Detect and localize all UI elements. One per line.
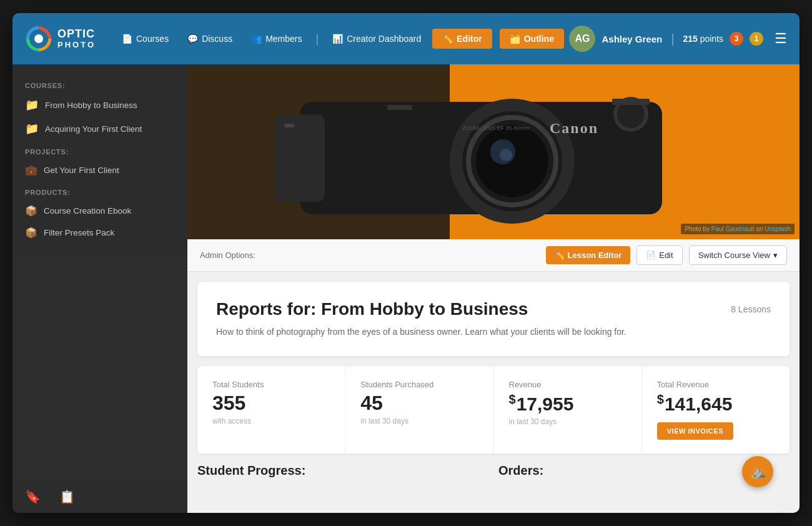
avatar[interactable]: AG	[569, 26, 595, 52]
logo-name-optic: OPTIC	[57, 28, 96, 41]
revenue-sub: in last 30 days	[509, 417, 626, 426]
members-icon: 👥	[251, 34, 262, 44]
total-revenue-currency: $	[657, 392, 664, 406]
ebook-icon: 📦	[25, 205, 37, 217]
outline-icon: 🗂️	[510, 34, 520, 44]
stat-students-purchased: Students Purchased 45 in last 30 days	[345, 366, 493, 454]
student-progress-title: Student Progress:	[197, 464, 488, 478]
nav-courses[interactable]: 📄 Courses	[114, 30, 176, 47]
discuss-icon: 💬	[187, 34, 198, 44]
sidebar-footer: 🔖 📋	[12, 480, 187, 513]
admin-options-bar: Admin Options: ✏️ Lesson Editor 📄 Edit S…	[187, 239, 800, 272]
svg-rect-17	[284, 124, 294, 127]
chevron-down-icon: ▾	[773, 251, 778, 260]
folder-icon-2: 📁	[25, 122, 39, 136]
nav-separator-vertical: |	[671, 32, 674, 46]
bar-chart-icon: 📊	[332, 34, 343, 44]
total-students-label: Total Students	[212, 380, 330, 389]
pencil-icon: ✏️	[442, 34, 453, 44]
hero-image: Canon ZOOM LENS EF 35-80mm Photo by Paul…	[187, 64, 800, 239]
sidebar-item-ebook[interactable]: 📦 Course Creation Ebook	[12, 200, 187, 222]
total-revenue-label: Total Revenue	[657, 380, 775, 389]
report-description: How to think of photography from the eye…	[216, 325, 626, 339]
courses-icon: 📄	[122, 34, 132, 44]
notification-badge-2[interactable]: 1	[750, 32, 763, 46]
top-navigation: OPTIC PHOTO 📄 Courses 💬 Discuss 👥 Member…	[12, 13, 800, 64]
sidebar-item-get-first-client[interactable]: 💼 Get Your First Client	[12, 159, 187, 181]
svg-point-9	[476, 125, 548, 197]
switch-course-view-button[interactable]: Switch Course View ▾	[689, 246, 787, 265]
fab-button[interactable]: ⛰️	[742, 456, 773, 487]
nav-discuss[interactable]: 💬 Discuss	[180, 30, 240, 47]
sidebar-item-from-hobby[interactable]: 📁 From Hobby to Business	[12, 93, 187, 117]
svg-rect-5	[275, 114, 325, 202]
sidebar-course-2-label: Acquiring Your First Client	[45, 124, 142, 134]
main-area: Courses: 📁 From Hobby to Business 📁 Acqu…	[12, 64, 800, 513]
file-icon-admin: 📄	[646, 251, 656, 260]
report-card: Reports for: From Hobby to Business How …	[197, 282, 790, 356]
svg-rect-14	[612, 99, 650, 105]
total-revenue-value: $141,645	[657, 393, 775, 414]
nav-creator-dashboard[interactable]: 📊 Creator Dashboard	[325, 30, 428, 47]
presets-icon: 📦	[25, 227, 37, 239]
view-invoices-button[interactable]: VIEW INVOICES	[657, 422, 733, 440]
outline-button[interactable]: 🗂️ Outline	[500, 29, 564, 49]
photo-author-link[interactable]: Paul Gaudriault	[711, 226, 755, 232]
stat-revenue: Revenue $17,955 in last 30 days	[494, 366, 642, 454]
stat-total-revenue: Total Revenue $141,645 VIEW INVOICES	[642, 366, 790, 454]
svg-point-1	[34, 34, 43, 43]
nav-right: AG Ashley Green | 215 points 3 1 ☰	[569, 26, 787, 52]
svg-text:Canon: Canon	[550, 120, 598, 136]
bookmark-icon[interactable]: 🔖	[25, 489, 41, 504]
document-icon[interactable]: 📋	[59, 489, 75, 504]
revenue-currency: $	[509, 392, 516, 406]
sidebar: Courses: 📁 From Hobby to Business 📁 Acqu…	[12, 64, 187, 254]
nav-links: 📄 Courses 💬 Discuss 👥 Members | 📊 Creato…	[114, 29, 569, 49]
svg-rect-18	[387, 105, 412, 110]
sidebar-product-2-label: Filter Presets Pack	[44, 228, 114, 237]
nav-separator: |	[316, 32, 319, 46]
edit-button[interactable]: 📄 Edit	[636, 246, 682, 265]
students-purchased-sub: in last 30 days	[360, 417, 478, 425]
revenue-value: $17,955	[509, 393, 626, 414]
sidebar-projects-label: Projects:	[12, 141, 187, 159]
sidebar-wrapper: Courses: 📁 From Hobby to Business 📁 Acqu…	[12, 64, 187, 513]
sidebar-project-1-label: Get Your First Client	[44, 166, 119, 175]
revenue-label: Revenue	[509, 380, 626, 389]
nav-members[interactable]: 👥 Members	[244, 30, 309, 47]
admin-options-label: Admin Options:	[200, 251, 540, 260]
logo-name-photo: PHOTO	[57, 41, 96, 49]
student-progress-section: Student Progress:	[197, 464, 488, 478]
editor-button[interactable]: ✏️ Editor	[432, 29, 492, 49]
sidebar-course-1-label: From Hobby to Business	[45, 101, 137, 110]
lesson-editor-button[interactable]: ✏️ Lesson Editor	[546, 246, 631, 264]
pencil-icon-admin: ✏️	[555, 251, 565, 260]
bottom-sections: Student Progress: Orders:	[197, 464, 790, 478]
notification-badge-1[interactable]: 3	[730, 32, 743, 46]
logo[interactable]: OPTIC PHOTO	[25, 25, 96, 52]
camera-illustration: Canon ZOOM LENS EF 35-80mm	[187, 64, 800, 239]
sidebar-item-acquiring-client[interactable]: 📁 Acquiring Your First Client	[12, 117, 187, 141]
svg-point-11	[500, 149, 512, 161]
logo-icon	[25, 25, 52, 52]
photo-site-link[interactable]: Unsplash	[765, 226, 791, 232]
report-title: Reports for: From Hobby to Business	[216, 299, 626, 319]
photo-credit: Photo by Paul Gaudriault on Unsplash	[681, 224, 795, 234]
user-points: 215 points	[683, 34, 723, 44]
sidebar-item-presets[interactable]: 📦 Filter Presets Pack	[12, 222, 187, 244]
sidebar-products-label: Products:	[12, 181, 187, 200]
students-purchased-value: 45	[360, 393, 478, 413]
mountain-icon: ⛰️	[750, 464, 766, 479]
user-name: Ashley Green	[602, 34, 662, 44]
stats-row: Total Students 355 with access Students …	[197, 366, 790, 454]
sidebar-product-1-label: Course Creation Ebook	[44, 206, 131, 216]
stat-total-students: Total Students 355 with access	[197, 366, 345, 454]
students-purchased-label: Students Purchased	[360, 380, 478, 389]
sidebar-courses-label: Courses:	[12, 74, 187, 93]
folder-icon-1: 📁	[25, 98, 39, 112]
total-students-value: 355	[212, 393, 330, 413]
svg-text:ZOOM LENS EF 35-80mm: ZOOM LENS EF 35-80mm	[462, 125, 530, 131]
total-students-sub: with access	[212, 417, 330, 425]
lessons-count: 8 Lessons	[731, 304, 771, 314]
hamburger-menu[interactable]: ☰	[775, 31, 787, 47]
